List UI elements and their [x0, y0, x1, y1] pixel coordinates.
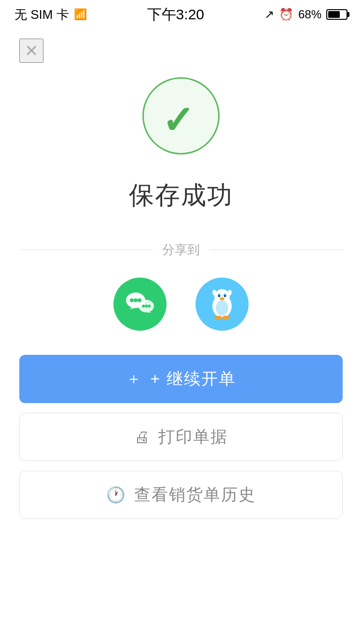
status-time: 下午3:20 [147, 5, 204, 25]
action-buttons: ＋ + 继续开单 🖨 打印单据 🕐 查看销货单历史 [19, 355, 343, 519]
svg-point-21 [228, 290, 232, 295]
svg-point-14 [218, 295, 220, 297]
battery-percent: 68% [298, 8, 321, 21]
success-icon-circle [142, 77, 220, 154]
svg-point-16 [220, 297, 224, 300]
continue-label: + 继续开单 [150, 368, 236, 390]
wechat-share-button[interactable] [113, 278, 167, 331]
close-button[interactable]: ✕ [19, 39, 43, 63]
history-button[interactable]: 🕐 查看销货单历史 [19, 471, 343, 519]
svg-point-19 [222, 316, 230, 320]
battery-icon [326, 9, 348, 20]
svg-point-7 [145, 305, 148, 308]
share-divider: 分享到 [19, 241, 343, 258]
svg-point-2 [134, 298, 138, 302]
status-bar: 无 SIM 卡 📶 下午3:20 ↗ ⏰ 68% [0, 0, 362, 29]
share-label: 分享到 [162, 241, 200, 258]
alarm-icon: ⏰ [279, 8, 293, 21]
share-icons-container [19, 278, 343, 331]
svg-point-15 [224, 295, 226, 297]
svg-point-1 [130, 298, 134, 302]
checkmark-icon [162, 101, 200, 130]
sim-label: 无 SIM 卡 [14, 6, 69, 23]
history-icon: 🕐 [106, 486, 126, 504]
success-title: 保存成功 [129, 179, 233, 212]
print-button[interactable]: 🖨 打印单据 [19, 413, 343, 461]
wechat-icon [125, 292, 155, 317]
plus-icon: ＋ [126, 368, 142, 390]
share-section: 分享到 [19, 241, 343, 331]
battery-fill [328, 11, 340, 18]
continue-button[interactable]: ＋ + 继续开单 [19, 355, 343, 403]
svg-point-6 [142, 305, 145, 308]
svg-point-8 [148, 305, 151, 308]
history-label: 查看销货单历史 [134, 484, 256, 506]
close-icon: ✕ [25, 42, 38, 59]
wifi-icon: 📶 [74, 8, 87, 21]
status-left: 无 SIM 卡 📶 [14, 6, 87, 23]
svg-point-18 [214, 316, 222, 320]
print-label: 打印单据 [158, 426, 228, 448]
printer-icon: 🖨 [134, 428, 151, 446]
svg-point-17 [216, 300, 228, 316]
qq-icon [208, 288, 237, 321]
divider-right [209, 250, 343, 250]
location-icon: ↗ [265, 8, 274, 21]
main-content: ✕ 保存成功 分享到 [0, 29, 362, 538]
status-right: ↗ ⏰ 68% [265, 8, 348, 21]
svg-point-20 [212, 290, 216, 295]
qq-share-button[interactable] [195, 278, 249, 331]
divider-left [19, 250, 153, 250]
